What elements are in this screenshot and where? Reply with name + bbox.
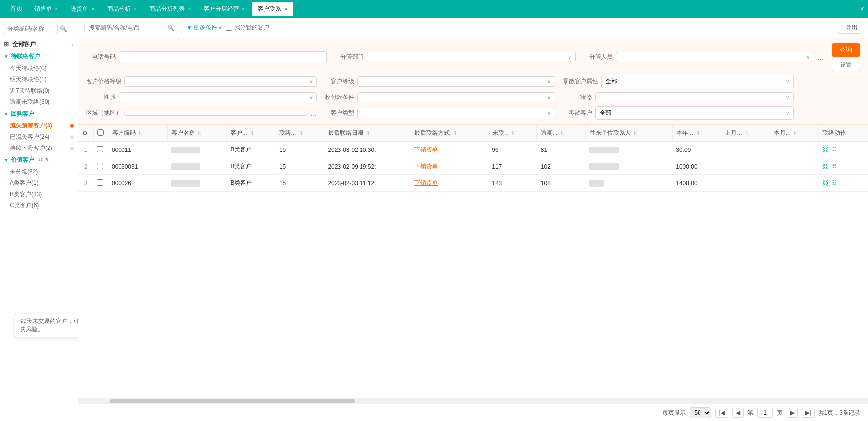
grid-action-icon[interactable]: ⠿	[832, 163, 837, 170]
last-page-button[interactable]: ▶|	[802, 408, 815, 418]
close-button[interactable]: ×	[860, 5, 864, 13]
settings-button[interactable]: 设置	[832, 59, 860, 71]
sort-icon[interactable]: ⇅	[138, 130, 142, 136]
sidebar-item-class-b[interactable]: B类客户(33)	[0, 189, 78, 200]
minimize-button[interactable]: ─	[843, 5, 848, 13]
row-checkbox[interactable]	[97, 163, 103, 169]
this-month-header: 本月... ⇅	[770, 125, 819, 142]
link-icon[interactable]: ⛓	[822, 179, 829, 187]
collapse-icon[interactable]: «	[71, 42, 74, 48]
sidebar-item-overdue[interactable]: 逾期未联络(30)	[0, 97, 78, 108]
last-contact-type-cell[interactable]: 下销货单	[410, 158, 488, 175]
close-icon[interactable]: ×	[284, 6, 287, 12]
sidebar-search-icon[interactable]: 🔍	[60, 25, 67, 32]
row-checkbox[interactable]	[97, 146, 103, 152]
close-icon[interactable]: ×	[91, 6, 94, 12]
row-checkbox[interactable]	[97, 179, 103, 186]
customer-type-select[interactable]: ∨	[357, 108, 555, 118]
close-icon[interactable]: ×	[55, 6, 58, 12]
category-search-input[interactable]	[4, 24, 58, 34]
last-contact-type-cell[interactable]: 下销货单	[410, 142, 488, 158]
dept-select[interactable]: ∨	[367, 52, 575, 62]
value-customers-section[interactable]: ▼ 价值客户 ↺ ✎	[0, 154, 78, 166]
sort-icon[interactable]: ⇅	[633, 130, 637, 136]
sort-icon[interactable]: ⇅	[560, 130, 564, 136]
tab-customer-tier[interactable]: 客户分层经营 ×	[198, 2, 251, 16]
more-filter-button[interactable]: ▼ 更多条件 ∧	[186, 24, 222, 32]
per-page-select[interactable]: 50	[690, 407, 711, 418]
sidebar-item-tomorrow[interactable]: 明天待联络(1)	[0, 74, 78, 85]
sidebar-item-today[interactable]: 今天待联络(0)	[0, 63, 78, 74]
edit-icon[interactable]: ✎	[45, 157, 49, 163]
sort-icon[interactable]: ⇅	[696, 130, 699, 136]
settings-column-header[interactable]: ⚙	[78, 125, 93, 142]
row-checkbox-cell[interactable]	[93, 142, 108, 158]
sort-icon[interactable]: ⇅	[197, 130, 201, 136]
last-contact-type-cell[interactable]: 下销货单	[410, 175, 488, 192]
sidebar-item-7days[interactable]: 近7天待联络(0)	[0, 85, 78, 97]
sidebar-item-declining[interactable]: 持续下滑客户(2)	[0, 143, 78, 154]
row-number: 2	[78, 158, 93, 175]
lost-customers-section[interactable]: ▼ 回购客户	[0, 108, 78, 120]
sidebar-item-already-lost[interactable]: 已流失客户(24)	[0, 131, 78, 143]
more-icon[interactable]: …	[817, 53, 824, 61]
search-input[interactable]	[89, 25, 167, 31]
sidebar-item-ungroup[interactable]: 未分组(32)	[0, 166, 78, 177]
horizontal-scrollbar[interactable]	[78, 398, 868, 404]
zero-customer-select[interactable]: 全部 ∨	[595, 106, 794, 120]
payment-select[interactable]: ∨	[357, 92, 555, 102]
my-customer-checkbox[interactable]: 我分管的客户	[226, 24, 269, 32]
close-icon[interactable]: ×	[242, 6, 245, 12]
link-icon[interactable]: ⛓	[822, 163, 829, 170]
sort-icon[interactable]: ⇅	[299, 130, 303, 136]
tab-product-analysis[interactable]: 商品分析 ×	[101, 2, 143, 16]
my-customer-check[interactable]	[226, 25, 232, 31]
grid-action-icon[interactable]: ⠿	[832, 179, 837, 187]
sort-icon[interactable]: ⇅	[793, 130, 797, 136]
close-icon[interactable]: ×	[188, 6, 191, 12]
prev-page-button[interactable]: ◀	[732, 408, 744, 418]
export-button[interactable]: ↑ 导出	[837, 22, 862, 34]
checkbox-column-header[interactable]	[93, 125, 108, 142]
status-select[interactable]: ∨	[595, 92, 794, 102]
price-level-select[interactable]: ∨	[124, 76, 317, 87]
page-number-input[interactable]	[757, 408, 773, 418]
row-checkbox-cell[interactable]	[93, 158, 108, 175]
close-icon[interactable]: ×	[134, 6, 137, 12]
tab-customer-contact[interactable]: 客户联系 ×	[252, 2, 293, 16]
person-select[interactable]: ∨	[616, 52, 814, 62]
sort-icon[interactable]: ⇅	[366, 130, 370, 136]
customer-level-select[interactable]: ∨	[357, 76, 555, 87]
tab-home[interactable]: 首页	[4, 2, 28, 16]
sidebar-item-class-a[interactable]: A类客户(1)	[0, 177, 78, 189]
select-all-checkbox[interactable]	[97, 129, 104, 136]
search-icon[interactable]: 🔍	[167, 25, 174, 31]
tab-purchase[interactable]: 进货单 ×	[65, 2, 100, 16]
sidebar-item-lost-warning[interactable]: 流失预警客户(3)	[0, 120, 78, 131]
query-button[interactable]: 查询	[832, 43, 860, 57]
sort-icon[interactable]: ⇅	[745, 130, 748, 136]
next-page-button[interactable]: ▶	[787, 408, 798, 418]
more-icon[interactable]: …	[310, 109, 317, 117]
link-icon[interactable]: ⛓	[822, 146, 829, 153]
tab-sales[interactable]: 销售单 ×	[28, 2, 64, 16]
sort-icon[interactable]: ⇅	[250, 130, 254, 136]
overdue-cell: 108	[537, 175, 586, 192]
phone-input[interactable]	[119, 51, 327, 63]
first-page-button[interactable]: |◀	[715, 408, 728, 418]
refresh-icon[interactable]: ↺	[38, 157, 43, 163]
all-customers-header[interactable]: ⊞ 全部客户 «	[0, 38, 78, 50]
zero-attr-select[interactable]: 全部 ∨	[601, 75, 794, 88]
search-box[interactable]: 🔍	[84, 23, 182, 33]
tab-product-list[interactable]: 商品分析列表 ×	[144, 2, 196, 16]
sort-icon[interactable]: ⇅	[511, 130, 515, 136]
grid-action-icon[interactable]: ⠿	[832, 146, 837, 153]
scrollbar-thumb[interactable]	[110, 399, 355, 403]
gender-select[interactable]: ∨	[119, 92, 317, 102]
sort-icon[interactable]: ⇅	[453, 130, 457, 136]
sidebar-item-class-c[interactable]: C类客户(6)	[0, 200, 78, 211]
row-checkbox-cell[interactable]	[93, 175, 108, 192]
maximize-button[interactable]: □	[852, 5, 856, 13]
region-select[interactable]	[124, 111, 307, 116]
pending-contact-section[interactable]: ▼ 待联络客户	[0, 50, 78, 63]
